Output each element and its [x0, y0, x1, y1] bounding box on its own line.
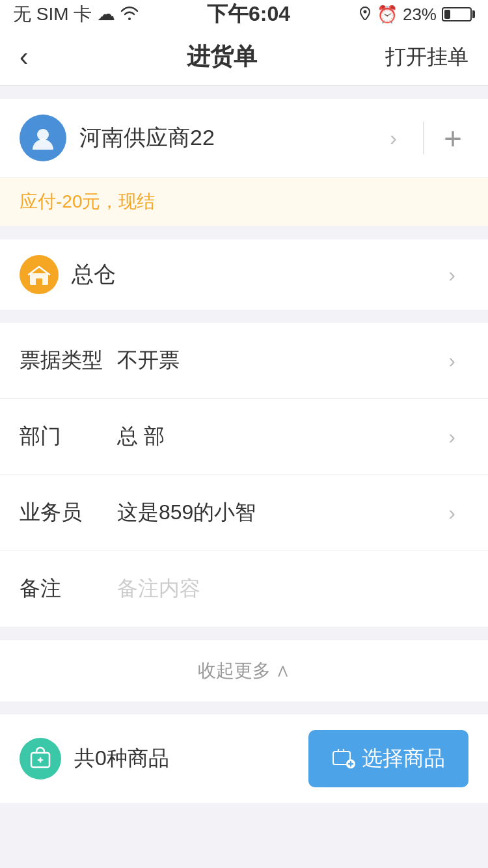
- notice-bar: 应付-20元，现结: [0, 177, 488, 226]
- department-label: 部门: [20, 422, 104, 451]
- salesperson-value: 这是859的小智: [104, 498, 448, 527]
- warehouse-section: 总仓 ›: [0, 239, 488, 310]
- section-gap-1: [0, 86, 488, 99]
- remark-row[interactable]: 备注 备注内容: [0, 551, 488, 627]
- invoice-type-value: 不开票: [104, 346, 448, 375]
- nav-bar: ‹ 进货单 打开挂单: [0, 29, 488, 86]
- department-row[interactable]: 部门 总 部 ›: [0, 399, 488, 475]
- rest-content: [0, 803, 488, 868]
- supplier-section: 河南供应商22 › + 应付-20元，现结: [0, 99, 488, 226]
- wifi-icon: [120, 4, 139, 25]
- remark-input[interactable]: 备注内容: [104, 575, 468, 603]
- supplier-row[interactable]: 河南供应商22 › +: [0, 99, 488, 177]
- svg-rect-3: [36, 278, 42, 285]
- location-icon: [359, 5, 372, 25]
- no-sim-text: 无 SIM 卡 ☁: [13, 2, 115, 27]
- battery-icon: [442, 7, 475, 21]
- warehouse-icon: [20, 255, 59, 294]
- section-gap-2: [0, 226, 488, 239]
- supplier-divider: [423, 122, 424, 154]
- alarm-icon: ⏰: [377, 5, 398, 25]
- status-time: 下午6:04: [207, 0, 290, 29]
- open-pending-button[interactable]: 打开挂单: [385, 43, 468, 72]
- warehouse-name: 总仓: [72, 260, 448, 290]
- status-left: 无 SIM 卡 ☁: [13, 2, 139, 27]
- remark-label: 备注: [20, 575, 104, 603]
- select-product-button[interactable]: 选择商品: [308, 730, 468, 787]
- sales-chevron-icon: ›: [448, 501, 455, 525]
- status-right: ⏰ 23%: [359, 5, 475, 25]
- product-count: 共0种商品: [74, 744, 295, 773]
- bottom-bar: 共0种商品 选择商品: [0, 714, 488, 803]
- add-supplier-button[interactable]: +: [437, 120, 468, 156]
- svg-point-0: [363, 10, 366, 13]
- invoice-type-label: 票据类型: [20, 346, 104, 375]
- warehouse-chevron-icon: ›: [448, 263, 455, 287]
- form-section: 票据类型 不开票 › 部门 总 部 › 业务员 这是859的小智 › 备注 备注…: [0, 323, 488, 627]
- page-title: 进货单: [187, 41, 257, 73]
- salesperson-label: 业务员: [20, 498, 104, 527]
- supplier-chevron-icon: ›: [390, 126, 397, 150]
- dept-chevron-icon: ›: [448, 425, 455, 449]
- department-value: 总 部: [104, 422, 448, 451]
- invoice-type-row[interactable]: 票据类型 不开票 ›: [0, 323, 488, 399]
- invoice-chevron-icon: ›: [448, 349, 455, 373]
- collapse-section: 收起更多 ∧: [0, 640, 488, 701]
- battery-text: 23%: [403, 5, 437, 25]
- svg-point-1: [37, 129, 49, 141]
- status-bar: 无 SIM 卡 ☁ 下午6:04 ⏰ 23%: [0, 0, 488, 29]
- warehouse-row[interactable]: 总仓 ›: [0, 239, 488, 310]
- select-product-label: 选择商品: [362, 744, 445, 773]
- salesperson-row[interactable]: 业务员 这是859的小智 ›: [0, 475, 488, 551]
- supplier-name: 河南供应商22: [79, 123, 390, 153]
- product-icon-wrap: [20, 738, 61, 780]
- back-button[interactable]: ‹: [20, 42, 59, 72]
- collapse-button[interactable]: 收起更多 ∧: [198, 658, 291, 683]
- supplier-avatar: [20, 115, 66, 161]
